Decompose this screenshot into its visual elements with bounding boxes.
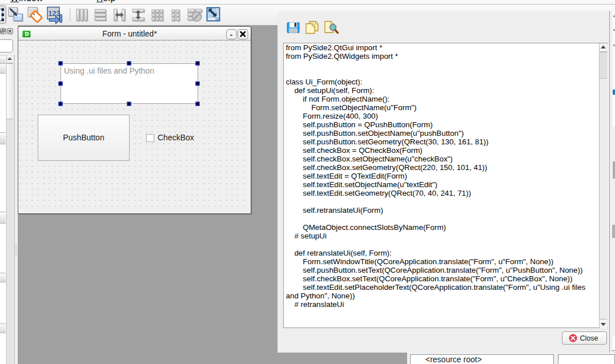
svg-text:123: 123: [49, 10, 61, 18]
